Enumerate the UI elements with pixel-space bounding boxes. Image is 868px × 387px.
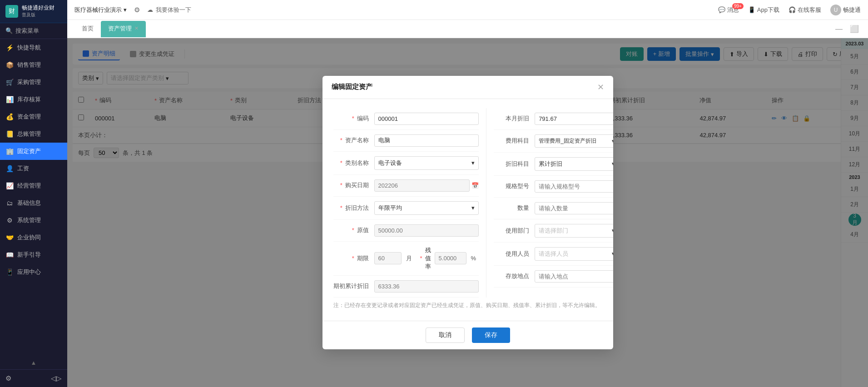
code-input[interactable] (374, 113, 479, 125)
save-button[interactable]: 保存 (472, 327, 510, 343)
username: 畅捷通 (843, 6, 861, 14)
form-grid: * 编码 * 资产名称 (333, 108, 602, 298)
sidebar-item-label: 工资 (17, 164, 29, 173)
form-right: 本月折旧 费用科目 管理费用_固定资产折旧 (486, 108, 613, 298)
purchase-date-input[interactable] (374, 179, 470, 192)
depreciation-method-select[interactable]: 年限平均 ▾ (374, 201, 479, 215)
department-label: 使用部门 (494, 227, 535, 235)
sidebar-item-cooperation[interactable]: 🤝 企业协同 (0, 229, 67, 246)
apps-icon: 📱 (5, 268, 14, 276)
cancel-button[interactable]: 取消 (426, 327, 465, 343)
field-monthly-dep: 本月折旧 (494, 108, 613, 130)
dropdown-icon: ▾ (124, 6, 127, 13)
period-unit: 月 (406, 254, 412, 263)
code-label: * 编码 (333, 114, 374, 123)
sidebar-item-quick-nav[interactable]: ⚡ 快捷导航 (0, 39, 67, 56)
dialog-title: 编辑固定资产 (332, 83, 372, 91)
dialog-overlay: 编辑固定资产 ✕ * 编码 (67, 38, 868, 387)
field-department: 使用部门 请选择部门 ▾ (494, 219, 613, 243)
sidebar-item-label: 库存核算 (17, 95, 41, 104)
original-value-input[interactable] (374, 224, 479, 237)
notification-button[interactable]: 💬 消息 99+ (718, 6, 739, 14)
sidebar-scroll-up[interactable]: ▲ (0, 356, 67, 369)
topbar-right: 💬 消息 99+ 📱 App下载 🎧 在线客服 U 畅捷通 (718, 5, 861, 15)
department-placeholder: 请选择部门 (539, 227, 568, 235)
tabs-bar: 首页 资产管理 ✕ — ⬜ (67, 20, 868, 38)
calendar-icon[interactable]: 📅 (471, 182, 479, 189)
department-select[interactable]: 请选择部门 ▾ (535, 224, 613, 238)
experience-label: 我要体验一下 (156, 6, 191, 14)
user-label: 使用人员 (494, 250, 535, 258)
monthly-dep-input[interactable] (535, 113, 613, 125)
sidebar-item-fixed-assets[interactable]: 🏢 固定资产 (0, 143, 67, 160)
maximize-button[interactable]: ⬜ (848, 23, 861, 35)
sidebar-item-guide[interactable]: 📖 新手引导 (0, 246, 67, 263)
cooperation-icon: 🤝 (5, 233, 14, 242)
sidebar-item-inventory[interactable]: 📊 库存核算 (0, 91, 67, 108)
minimize-button[interactable]: — (833, 23, 844, 35)
settings-icon[interactable]: ⚙ (5, 374, 11, 382)
notification-badge: 99+ (732, 3, 744, 9)
asset-name-input[interactable] (374, 134, 479, 147)
app-name: 畅捷通好业财 (22, 5, 55, 12)
user-select[interactable]: 请选择人员 ▾ (535, 247, 613, 261)
sidebar-item-sales[interactable]: 📦 销售管理 (0, 56, 67, 74)
dropdown-icon: ▾ (612, 160, 613, 167)
ledger-icon: 📒 (5, 130, 14, 138)
logo-icon: 财 (5, 5, 18, 18)
initial-dep-input[interactable] (374, 280, 479, 293)
field-asset-name: * 资产名称 (333, 130, 479, 152)
company-selector[interactable]: 医疗器械行业演示 ▾ (74, 6, 127, 14)
system-icon: ⚙ (5, 216, 14, 224)
search-menu[interactable]: 🔍 搜索菜单 (0, 23, 67, 39)
expense-subject-select[interactable]: 管理费用_固定资产折旧 ▾ (535, 134, 613, 148)
location-input[interactable] (535, 270, 613, 283)
app-download-button[interactable]: 📱 App下载 (748, 6, 779, 14)
depreciation-subject-select[interactable]: 累计折旧 ▾ (535, 157, 613, 171)
search-menu-label: 搜索菜单 (15, 27, 39, 35)
residual-rate-input[interactable] (435, 252, 466, 264)
sidebar-item-payroll[interactable]: 👤 工资 (0, 160, 67, 177)
tab-home[interactable]: 首页 (74, 21, 101, 37)
fixed-assets-icon: 🏢 (5, 147, 14, 155)
basic-info-icon: 🗂 (5, 199, 14, 207)
field-depreciation-subject: 折旧科目 累计折旧 ▾ (494, 153, 613, 176)
sidebar: 财 畅捷通好业财 普及版 🔍 搜索菜单 ⚡ 快捷导航 📦 销售管理 🛒 采购管理 (0, 0, 67, 387)
tab-close-icon[interactable]: ✕ (134, 25, 139, 31)
dropdown-icon: ▾ (612, 138, 613, 144)
sidebar-nav: ⚡ 快捷导航 📦 销售管理 🛒 采购管理 📊 库存核算 💰 资金管理 📒 (0, 39, 67, 356)
window-controls: — ⬜ (833, 23, 861, 35)
sidebar-item-finance[interactable]: 💰 资金管理 (0, 108, 67, 125)
category-select[interactable]: 电子设备 ▾ (374, 156, 479, 170)
field-user: 使用人员 请选择人员 ▾ (494, 243, 613, 266)
field-category: * 类别名称 电子设备 ▾ (333, 152, 479, 175)
settings-button[interactable]: ⚙ (134, 6, 140, 14)
sidebar-item-apps[interactable]: 📱 应用中心 (0, 263, 67, 281)
sidebar-item-operations[interactable]: 📈 经营管理 (0, 177, 67, 194)
field-original-value: * 原值 (333, 220, 479, 242)
user-menu[interactable]: U 畅捷通 (830, 5, 861, 15)
period-input[interactable] (374, 252, 402, 264)
sidebar-item-purchase[interactable]: 🛒 采购管理 (0, 74, 67, 91)
sidebar-item-basic-info[interactable]: 🗂 基础信息 (0, 194, 67, 212)
sidebar-item-label: 销售管理 (17, 61, 41, 69)
purchase-icon: 🛒 (5, 78, 14, 86)
residual-rate-label: 残值率 (425, 246, 431, 271)
collapse-icon[interactable]: ◁▷ (51, 374, 62, 382)
avatar: U (830, 5, 841, 15)
experience-button[interactable]: ☁ 我要体验一下 (147, 6, 191, 14)
depreciation-method-label: * 折旧方法 (333, 204, 374, 212)
dialog-close-button[interactable]: ✕ (597, 82, 604, 92)
tab-asset-management[interactable]: 资产管理 ✕ (101, 21, 146, 37)
sidebar-item-ledger[interactable]: 📒 总账管理 (0, 125, 67, 143)
spec-input[interactable] (535, 180, 613, 193)
tab-home-label: 首页 (82, 25, 94, 33)
period-label: * 期限 (333, 254, 374, 263)
field-period: * 期限 月 * 残值率 % (333, 242, 479, 276)
online-support-button[interactable]: 🎧 在线客服 (789, 6, 821, 14)
expense-subject-label: 费用科目 (494, 137, 535, 145)
sidebar-item-system[interactable]: ⚙ 系统管理 (0, 212, 67, 229)
sidebar-item-label: 经营管理 (17, 182, 41, 190)
sidebar-item-label: 固定资产 (17, 147, 41, 155)
quantity-input[interactable] (535, 202, 613, 214)
